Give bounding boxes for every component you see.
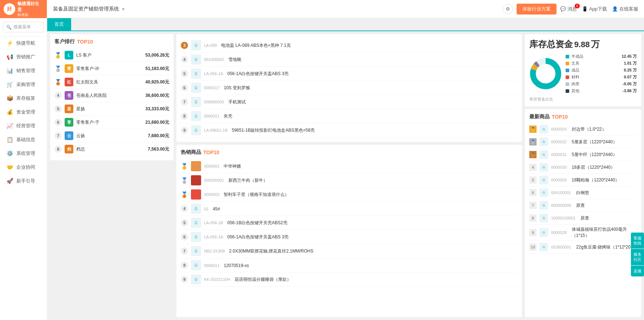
customer-value: 36,600.00元 xyxy=(146,93,169,99)
customer-value: 21,680.00元 xyxy=(146,119,169,126)
notifications-button[interactable]: 💬 消息 6 xyxy=(560,6,577,12)
hot-product-item: 4 G 01 45# xyxy=(181,202,518,216)
product-info: 0000001 中华神籁 xyxy=(204,163,518,169)
customer-value: 51,183.00元 xyxy=(146,66,169,72)
sidebar-item-operations[interactable]: 📈 经营管理 xyxy=(0,119,47,133)
float-community-btn[interactable]: 服务社区 xyxy=(631,249,644,265)
new-product-item: 4 G 0000030 18多层（1220*2440） xyxy=(529,161,637,174)
inventory-sub-label: 库存资金占比 xyxy=(529,97,637,102)
rank-indicator: 🥇 xyxy=(181,163,188,170)
app-download-button[interactable]: 📱 App下载 xyxy=(582,6,607,12)
float-live-btn[interactable]: 直播 xyxy=(631,266,644,276)
product-info: 0000021 夹壳 xyxy=(204,113,518,119)
new-product-thumbnail: G xyxy=(539,214,548,222)
customer-avatar: 红 xyxy=(65,78,73,86)
sidebar-item-inventory[interactable]: 📦 库存核算 xyxy=(0,91,47,105)
rank-indicator: 10 xyxy=(529,243,537,251)
hot-product-item: 9 G KK-SD22110H 花语萌恒温分腿睡袋（厚款） xyxy=(181,272,518,287)
legend-value: -3.86 万 xyxy=(623,88,637,94)
online-service-button[interactable]: 👤 在线客服 xyxy=(612,6,638,12)
rank-medal-icon: 🥈 xyxy=(54,65,62,72)
new-product-thumbnail: G xyxy=(539,188,548,197)
product-info: 0000002 智利车子里（规格不知道填什么） xyxy=(204,192,518,198)
rank-number: 8 xyxy=(181,112,188,120)
hot-product-item: 5 G LA-056-1B 056-1B白色按键开关壳ABS2壳 xyxy=(181,216,518,230)
customer-name: 零售客户-于 xyxy=(76,119,143,126)
legend-color-dot xyxy=(566,89,569,93)
product-rank-mid-item: 5 G LA-056-1A 056-1A白色按键开关盖ABS 3壳 xyxy=(181,67,518,81)
new-product-code: 10000100001 xyxy=(551,216,575,220)
inventory-legend-item: 肉类 -0.05 万 xyxy=(566,81,637,87)
customer-avatar: 零 xyxy=(65,118,73,127)
product-rank-mid-card: 3 G LA-089 电池盖 LA-089 ABS本色+黑种 7.1克 4 G … xyxy=(176,34,522,142)
rank-number: 6 xyxy=(181,84,188,91)
customer-value: 7,563.00元 xyxy=(148,146,169,152)
product-info: LA-056-1A 056-1A白色按键开关盖ABS 3壳 xyxy=(204,234,518,240)
legend-value: 0.25 万 xyxy=(624,67,637,73)
product-thumbnail: G xyxy=(191,125,201,135)
page-content: 客户排行 TOP10 🥇 L LS 客户 53,006.26元 🥈 零 零售客户… xyxy=(47,31,644,320)
hot-products-title: 热销商品 TOP10 xyxy=(181,149,518,156)
new-products-list: 🥇 G 0000033 封边带（1.0*22） 🥈 G 0000032 5厘多层… xyxy=(529,123,637,254)
sidebar-item-purchase[interactable]: 🛒 采购管理 xyxy=(0,78,47,91)
float-buttons: 客服热线 服务社区 直播 xyxy=(631,233,644,276)
content-tabs: 首页 xyxy=(47,18,644,31)
product-info: LA-59651-1B 59651-1B旋转投影灯电池盒ABS黑色+58壳 xyxy=(204,127,518,134)
product-name: 056-1A白色按键开关盖ABS 3壳 xyxy=(227,234,289,239)
operations-icon: 📈 xyxy=(6,123,13,129)
trial-plan-button[interactable]: 体验行业方案 xyxy=(517,4,557,15)
rank-indicator: 4 xyxy=(529,164,537,171)
new-product-thumbnail: G xyxy=(539,176,548,184)
new-product-name: 原查 xyxy=(576,202,585,209)
rank-indicator: 🥉 xyxy=(181,191,188,198)
mobile-icon: 📱 xyxy=(582,6,588,12)
float-service-btn[interactable]: 客服热线 xyxy=(631,233,644,249)
sidebar-item-basic-info[interactable]: 📋 基础信息 xyxy=(0,133,47,147)
new-product-item: 7 G 000800008 原查 xyxy=(529,199,637,212)
sidebar-item-quick-nav[interactable]: ⚡ 快捷导航 xyxy=(0,36,47,50)
tab-home[interactable]: 首页 xyxy=(47,18,71,30)
new-product-code: 000800008 xyxy=(551,203,571,208)
service-icon: 👤 xyxy=(612,6,618,12)
customer-name: 云扬 xyxy=(76,133,145,139)
new-product-thumbnail: G xyxy=(539,201,548,210)
customer-value: 40,925.00元 xyxy=(146,79,169,85)
rank-indicator: 4 xyxy=(181,205,188,212)
product-name: 雪地靴 xyxy=(228,57,241,62)
mid-column: 3 G LA-089 电池盖 LA-089 ABS本色+黑种 7.1克 4 G … xyxy=(176,34,522,317)
product-thumbnail: G xyxy=(191,69,201,79)
new-product-code: 0000029 xyxy=(551,178,567,182)
sidebar-item-sales[interactable]: 📊 销售管理 xyxy=(0,64,47,78)
product-image: G xyxy=(191,260,201,270)
basic-info-icon: 📋 xyxy=(6,136,13,143)
new-product-thumbnail: G xyxy=(539,243,548,251)
customer-avatar: 星 xyxy=(65,104,73,113)
product-rank-mid-item: 6 G 0000017 10S 变刹罗猴 xyxy=(181,81,518,95)
rank-indicator: 8 xyxy=(529,214,537,222)
product-code: LA-089 xyxy=(204,43,217,48)
settings-button[interactable]: ⚙ xyxy=(503,4,513,14)
sidebar-item-system[interactable]: ⚙️ 系统管理 xyxy=(0,147,47,160)
new-product-item: 6 G 004100001 白钢垫 xyxy=(529,186,637,199)
sidebar-item-guide[interactable]: 🚀 新手引导 xyxy=(0,174,47,188)
legend-color-dot xyxy=(566,75,569,79)
product-info: 000500001 新西兰牛肉（新牛） xyxy=(204,177,518,184)
search-menu-button[interactable]: 🔍 搜索菜单 xyxy=(3,22,44,32)
hot-product-item: 🥉 0000002 智利车子里（规格不知道填什么） xyxy=(181,188,518,202)
sidebar-item-finance[interactable]: 💰 资金管理 xyxy=(0,105,47,119)
sidebar-item-marketing[interactable]: 📢 营销推广 xyxy=(0,50,47,64)
sidebar-item-enterprise[interactable]: 🤝 企业协同 xyxy=(0,160,47,174)
customer-rank-item: 5 星 星扬 33,333.00元 xyxy=(54,102,169,116)
product-image xyxy=(191,189,201,200)
rank-indicator: 5 xyxy=(181,219,188,226)
legend-color-dot xyxy=(566,62,569,65)
product-thumbnail: G xyxy=(191,111,201,121)
hot-product-item: 7 G NB2.0X30B 2.0X30MM双摆花轴,摆花直径2.1MM/ROH… xyxy=(181,244,518,258)
new-product-name: 体城嘉核味苏打饮品400毫升（1*15） xyxy=(572,226,637,239)
product-code: 0000017 xyxy=(204,86,220,90)
product-name: 夹壳 xyxy=(224,114,232,119)
rank-indicator: 6 xyxy=(181,233,188,241)
rank-indicator: 9 xyxy=(181,276,188,283)
legend-name: 文具 xyxy=(571,61,622,66)
customer-avatar: 零 xyxy=(65,64,73,73)
